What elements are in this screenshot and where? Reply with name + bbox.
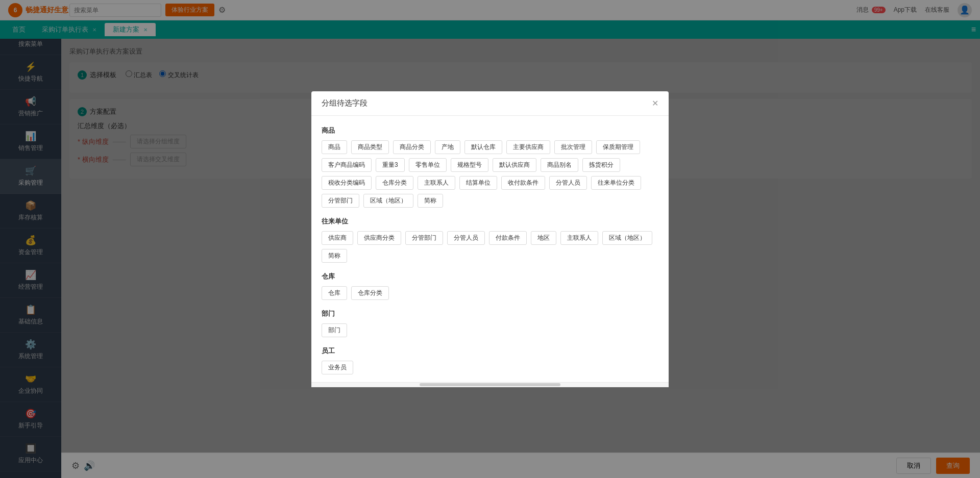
modal-overlay: 分组待选字段 ✕ 商品 商品 商品类型 商品分类 产地 默认仓库 主要供应商 批…: [0, 0, 980, 478]
section-partners: 往来单位 供应商 供应商分类 分管部门 分管人员 付款条件 地区 主联系人 区域…: [322, 217, 658, 263]
modal-hscroll[interactable]: [311, 382, 669, 387]
modal-body: 商品 商品 商品类型 商品分类 产地 默认仓库 主要供应商 批次管理 保质期管理…: [311, 116, 669, 382]
field-tag-salesperson[interactable]: 业务员: [322, 361, 353, 374]
field-tag-batch[interactable]: 批次管理: [554, 140, 592, 154]
section-goods-fields: 商品 商品类型 商品分类 产地 默认仓库 主要供应商 批次管理 保质期管理 客户…: [322, 140, 658, 208]
field-tag-goods[interactable]: 商品: [322, 140, 347, 154]
field-tag-staff-partner[interactable]: 分管人员: [447, 231, 485, 245]
section-partners-fields: 供应商 供应商分类 分管部门 分管人员 付款条件 地区 主联系人 区域（地区） …: [322, 231, 658, 263]
field-tag-region-goods[interactable]: 区域（地区）: [363, 194, 413, 208]
field-tag-payment-partner[interactable]: 付款条件: [489, 231, 527, 245]
section-dept-title: 部门: [322, 309, 658, 318]
section-warehouse-title: 仓库: [322, 272, 658, 281]
field-tag-dept-managed[interactable]: 分管部门: [322, 194, 359, 208]
field-tag-customer-code[interactable]: 客户商品编码: [322, 158, 372, 172]
field-tag-origin[interactable]: 产地: [435, 140, 460, 154]
field-tag-goods-cat[interactable]: 商品分类: [393, 140, 431, 154]
field-select-modal: 分组待选字段 ✕ 商品 商品 商品类型 商品分类 产地 默认仓库 主要供应商 批…: [311, 91, 669, 387]
field-tag-contact-partner[interactable]: 主联系人: [560, 231, 598, 245]
field-tag-warehouse[interactable]: 仓库: [322, 286, 347, 300]
field-tag-dept-partner[interactable]: 分管部门: [405, 231, 443, 245]
section-dept-fields: 部门: [322, 323, 658, 337]
section-goods-title: 商品: [322, 126, 658, 135]
field-tag-expiry[interactable]: 保质期管理: [596, 140, 640, 154]
section-warehouse: 仓库 仓库 仓库分类: [322, 272, 658, 300]
field-tag-goods-alias[interactable]: 商品别名: [541, 158, 578, 172]
field-tag-short-name-partner[interactable]: 简称: [322, 249, 347, 263]
section-staff-title: 员工: [322, 346, 658, 356]
section-partners-title: 往来单位: [322, 217, 658, 226]
field-tag-partner-cat[interactable]: 往来单位分类: [591, 176, 641, 190]
field-tag-region-partner[interactable]: 区域（地区）: [602, 231, 652, 245]
field-tag-main-contact[interactable]: 主联系人: [418, 176, 455, 190]
section-dept: 部门 部门: [322, 309, 658, 337]
field-tag-warehouse-cat[interactable]: 仓库分类: [376, 176, 413, 190]
modal-header: 分组待选字段 ✕: [311, 91, 669, 116]
field-tag-weight[interactable]: 重量3: [376, 158, 405, 172]
section-staff: 员工 业务员: [322, 346, 658, 374]
field-tag-short-name-goods[interactable]: 简称: [418, 194, 443, 208]
field-tag-spec-model[interactable]: 规格型号: [451, 158, 488, 172]
section-warehouse-fields: 仓库 仓库分类: [322, 286, 658, 300]
field-tag-area-partner[interactable]: 地区: [531, 231, 556, 245]
field-tag-warehouse-cat2[interactable]: 仓库分类: [351, 286, 389, 300]
field-tag-pick-points[interactable]: 拣货积分: [582, 158, 620, 172]
field-tag-payment-terms[interactable]: 收付款条件: [501, 176, 545, 190]
field-tag-default-supplier[interactable]: 默认供应商: [493, 158, 536, 172]
field-tag-settle-unit[interactable]: 结算单位: [459, 176, 497, 190]
modal-title: 分组待选字段: [322, 98, 368, 108]
field-tag-supplier[interactable]: 供应商: [322, 231, 353, 245]
field-tag-manager[interactable]: 分管人员: [549, 176, 587, 190]
field-tag-dept[interactable]: 部门: [322, 323, 347, 337]
section-staff-fields: 业务员: [322, 361, 658, 374]
field-tag-main-supplier[interactable]: 主要供应商: [506, 140, 550, 154]
section-goods: 商品 商品 商品类型 商品分类 产地 默认仓库 主要供应商 批次管理 保质期管理…: [322, 126, 658, 208]
field-tag-retail-unit[interactable]: 零售单位: [409, 158, 447, 172]
field-tag-supplier-cat[interactable]: 供应商分类: [357, 231, 401, 245]
modal-close-button[interactable]: ✕: [652, 98, 658, 108]
field-tag-goods-type[interactable]: 商品类型: [351, 140, 389, 154]
field-tag-tax-code[interactable]: 税收分类编码: [322, 176, 372, 190]
field-tag-default-warehouse[interactable]: 默认仓库: [464, 140, 502, 154]
